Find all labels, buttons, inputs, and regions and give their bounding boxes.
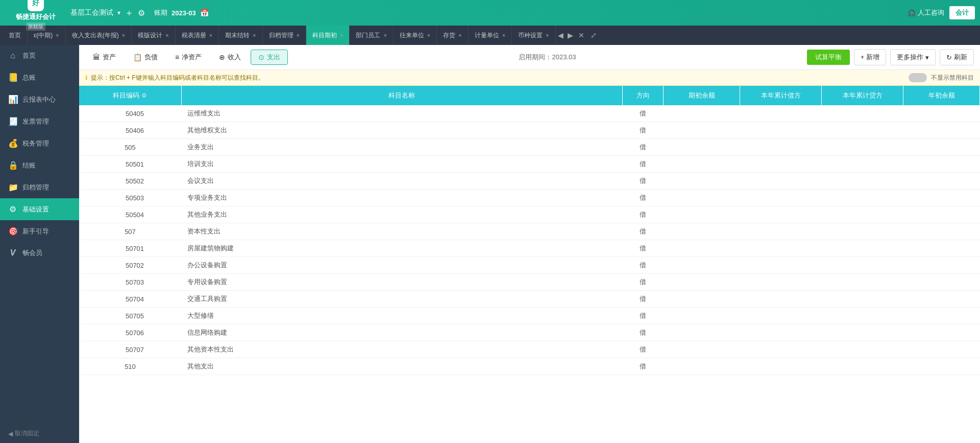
tab-expand-icon[interactable]: ⤢: [587, 31, 600, 39]
cell-debit: [740, 358, 822, 375]
sidebar-item-archive[interactable]: 📁 归档管理: [0, 176, 79, 198]
sidebar-item-reports[interactable]: 📊 云报表中心: [0, 88, 79, 110]
support-button[interactable]: 🎧 人工咨询: [908, 8, 944, 17]
balance-button[interactable]: 试算平衡: [807, 50, 850, 65]
company-dropdown-icon[interactable]: ▾: [117, 9, 120, 16]
cell-credit: [822, 341, 903, 358]
sub-tab-assets[interactable]: 🏛 资产: [85, 50, 124, 65]
tab-close-all-icon[interactable]: ✕: [575, 31, 587, 39]
tab-counterpart[interactable]: 往来单位 ×: [394, 26, 437, 45]
tab-close-icon[interactable]: ×: [458, 32, 461, 38]
refresh-icon: ↻: [946, 54, 952, 61]
col-header-direction: 方向: [623, 86, 664, 105]
tab-close-icon[interactable]: ×: [253, 32, 256, 38]
sub-tab-expenditure[interactable]: ⊙ 支出: [251, 50, 288, 65]
tab-close-icon[interactable]: ×: [209, 32, 212, 38]
cell-year-balance: [903, 324, 980, 341]
tab-department[interactable]: 部门员工 ×: [350, 26, 393, 45]
tab-archive[interactable]: 归档管理 ×: [263, 26, 306, 45]
tab-template[interactable]: 模版设计 ×: [132, 26, 175, 45]
cell-direction: 借: [623, 308, 664, 324]
table-row: 50504 其他业务支出 借: [79, 206, 980, 223]
cell-year-balance: [903, 105, 980, 122]
table-row: 505 业务支出 借: [79, 139, 980, 156]
sidebar-label: 畅会员: [22, 248, 42, 258]
tab-next-icon[interactable]: ▶: [566, 31, 575, 39]
tab-label: 收入支出表(年报): [72, 31, 119, 40]
assets-icon: 🏛: [93, 53, 100, 61]
sidebar-item-close[interactable]: 🔒 结账: [0, 154, 79, 176]
sidebar-item-home[interactable]: ⌂ 首页: [0, 45, 79, 66]
table-row: 507 资本性支出 借: [79, 223, 980, 240]
tab-close-icon[interactable]: ×: [165, 32, 168, 38]
sidebar-item-tax[interactable]: 💰 税务管理: [0, 132, 79, 154]
sidebar-item-settings[interactable]: ⚙ 基础设置: [0, 198, 79, 220]
expenditure-icon: ⊙: [258, 53, 264, 61]
sub-tab-income[interactable]: ⊕ 收入: [211, 50, 249, 65]
table-row: 50703 专用设备购置 借: [79, 274, 980, 291]
toggle-label: 不显示禁用科目: [931, 74, 974, 82]
tab-close-icon[interactable]: ×: [502, 32, 505, 38]
tab-prev-icon[interactable]: ◀: [556, 31, 566, 39]
cell-debit: [740, 308, 822, 324]
tab-close-icon[interactable]: ×: [427, 32, 430, 38]
sidebar-item-guide[interactable]: 🎯 新手引导: [0, 220, 79, 242]
more-button[interactable]: 更多操作 ▾: [890, 49, 936, 65]
tab-unit[interactable]: 计量单位 ×: [469, 26, 512, 45]
calendar-icon[interactable]: 📅: [200, 9, 209, 17]
cell-balance: [664, 240, 740, 257]
tab-close-icon[interactable]: ×: [297, 32, 300, 38]
cell-credit: [822, 190, 903, 206]
cell-code: 50406: [79, 122, 181, 139]
tab-period-end[interactable]: 期末结转 ×: [219, 26, 262, 45]
cell-year-balance: [903, 358, 980, 375]
sub-tab-net-assets[interactable]: ≡ 净资产: [167, 50, 209, 65]
cell-year-balance: [903, 122, 980, 139]
tab-close-icon[interactable]: ×: [546, 32, 549, 38]
cell-balance: [664, 139, 740, 156]
tab-close-icon[interactable]: ×: [56, 32, 59, 38]
tab-home[interactable]: 首页: [3, 26, 28, 45]
tab-inventory[interactable]: 存货 ×: [437, 26, 468, 45]
cell-code: 50701: [79, 240, 181, 257]
cell-name: 其他维权支出: [181, 122, 623, 139]
gear-icon: ⚙: [8, 204, 17, 214]
archive-icon: 📁: [8, 182, 17, 192]
cell-direction: 借: [623, 274, 664, 291]
sidebar-label: 新手引导: [22, 227, 49, 236]
cell-code: 50503: [79, 190, 181, 206]
tab-close-icon[interactable]: ×: [122, 32, 125, 38]
refresh-button[interactable]: ↻ 刷新: [940, 49, 974, 65]
tab-currency[interactable]: 币种设置 ×: [512, 26, 555, 45]
income-icon: ⊕: [219, 53, 225, 61]
tab-close-icon[interactable]: ×: [340, 32, 343, 38]
col-settings-icon[interactable]: ⚙: [141, 92, 147, 99]
account-button[interactable]: 会计: [949, 6, 975, 19]
warning-icon: ℹ: [85, 74, 88, 81]
cell-code: 510: [79, 358, 181, 375]
cell-name: 办公设备购置: [181, 257, 623, 274]
add-button[interactable]: + 新增: [854, 49, 886, 65]
cell-balance: [664, 341, 740, 358]
cell-year-balance: [903, 173, 980, 190]
table-row: 50406 其他维权支出 借: [79, 122, 980, 139]
tab-close-icon[interactable]: ×: [383, 32, 386, 38]
cell-name: 专项业务支出: [181, 190, 623, 206]
sidebar-item-member[interactable]: V 畅会员: [0, 242, 79, 264]
tab-tax[interactable]: 税表清册 ×: [176, 26, 219, 45]
sidebar-item-ledger[interactable]: 📒 总账: [0, 66, 79, 88]
tab-income[interactable]: 收入支出表(年报) ×: [66, 26, 132, 45]
hide-disabled-toggle[interactable]: [909, 73, 927, 82]
settings-icon[interactable]: ⚙: [138, 8, 145, 18]
cell-year-balance: [903, 341, 980, 358]
sidebar-item-invoice[interactable]: 🧾 发票管理: [0, 110, 79, 132]
cell-direction: 借: [623, 206, 664, 223]
cell-debit: [740, 105, 822, 122]
sidebar-collapse[interactable]: ◀ 取消固定: [0, 424, 79, 443]
table-row: 50702 办公设备购置 借: [79, 257, 980, 274]
tab-period[interactable]: ε(中期) ×: [28, 26, 66, 45]
add-company-icon[interactable]: ＋: [125, 7, 134, 19]
tab-subjects-init[interactable]: 科目期初 ×: [306, 26, 350, 45]
member-icon: V: [8, 248, 17, 258]
sub-tab-liabilities[interactable]: 📋 负债: [126, 50, 165, 65]
